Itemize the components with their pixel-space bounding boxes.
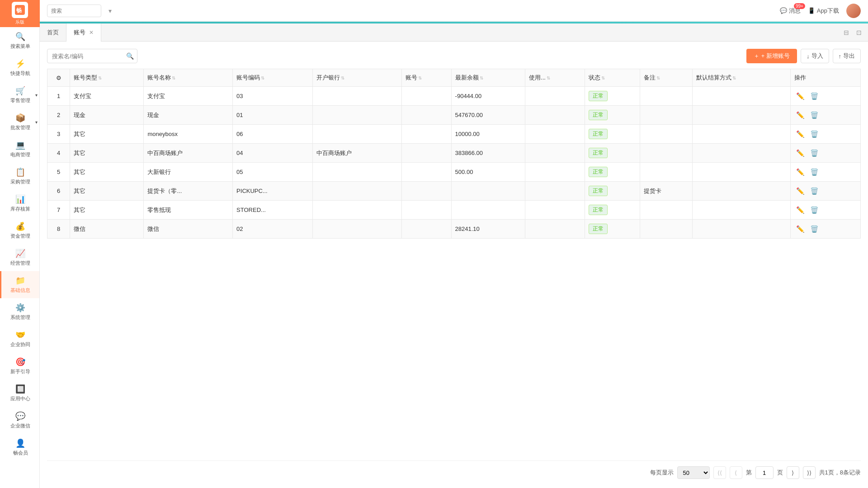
message-button[interactable]: 💬 消息 99+ bbox=[780, 7, 801, 15]
edit-button[interactable]: ✏️ bbox=[794, 148, 807, 158]
tab-maximize-button[interactable]: ⊡ bbox=[854, 27, 864, 38]
prev-page-button[interactable]: ⟨ bbox=[730, 466, 742, 479]
export-label: 导出 bbox=[843, 52, 855, 60]
cell-type: 其它 bbox=[70, 182, 144, 201]
sidebar-item-inventory[interactable]: 📊 库存核算 bbox=[0, 190, 39, 217]
search-button[interactable]: 🔍 bbox=[126, 52, 134, 60]
edit-button[interactable]: ✏️ bbox=[794, 167, 807, 177]
edit-button[interactable]: ✏️ bbox=[794, 205, 807, 215]
settings-icon[interactable]: ⚙ bbox=[56, 75, 61, 81]
current-page-input[interactable] bbox=[755, 466, 774, 479]
tab-close-icon[interactable]: ✕ bbox=[89, 29, 94, 36]
col-remark-header[interactable]: 备注⇅ bbox=[640, 69, 693, 87]
delete-button[interactable]: 🗑️ bbox=[808, 186, 821, 196]
top-header-right: 💬 消息 99+ 📱 App下载 bbox=[780, 4, 861, 18]
tab-account[interactable]: 账号 ✕ bbox=[66, 23, 101, 42]
user-avatar[interactable] bbox=[846, 4, 861, 18]
col-type-header[interactable]: 账号类型⇅ bbox=[70, 69, 144, 87]
delete-button[interactable]: 🗑️ bbox=[808, 224, 821, 234]
page-total-label: 页 bbox=[777, 469, 783, 477]
col-name-header[interactable]: 账号名称⇅ bbox=[144, 69, 233, 87]
sidebar-item-app-center[interactable]: 🔲 应用中心 bbox=[0, 380, 39, 407]
col-default-payment-header[interactable]: 默认结算方式⇅ bbox=[693, 69, 791, 87]
sidebar-item-enterprise-wechat[interactable]: 💬 企业微信 bbox=[0, 407, 39, 434]
delete-button[interactable]: 🗑️ bbox=[808, 129, 821, 139]
page-size-select[interactable]: 50 10 20 100 bbox=[677, 466, 710, 479]
delete-button[interactable]: 🗑️ bbox=[808, 148, 821, 158]
col-gear: ⚙ bbox=[47, 69, 70, 87]
col-usage-header[interactable]: 使用...⇅ bbox=[525, 69, 585, 87]
col-status-header[interactable]: 状态⇅ bbox=[585, 69, 640, 87]
cell-usage bbox=[525, 125, 585, 144]
col-bank-header[interactable]: 开户银行⇅ bbox=[313, 69, 402, 87]
delete-button[interactable]: 🗑️ bbox=[808, 205, 821, 215]
cell-num: 2 bbox=[47, 106, 70, 125]
sidebar-item-guide[interactable]: 🎯 新手引导 bbox=[0, 352, 39, 380]
import-button[interactable]: ↓ 导入 bbox=[801, 49, 829, 63]
sidebar-item-label: 企业微信 bbox=[10, 422, 30, 429]
edit-button[interactable]: ✏️ bbox=[794, 224, 807, 234]
export-button[interactable]: ↑ 导出 bbox=[833, 49, 861, 63]
cell-code: 06 bbox=[233, 125, 313, 144]
cell-num: 1 bbox=[47, 87, 70, 106]
cell-default-payment bbox=[693, 163, 791, 182]
cell-action: ✏️ 🗑️ bbox=[791, 220, 861, 239]
cell-default-payment bbox=[693, 87, 791, 106]
delete-button[interactable]: 🗑️ bbox=[808, 167, 821, 177]
add-account-button[interactable]: ＋ + 新增账号 bbox=[746, 49, 797, 63]
cell-remark bbox=[640, 144, 693, 163]
sidebar-item-operation[interactable]: 📈 经营管理 bbox=[0, 244, 39, 271]
sidebar-item-wholesale[interactable]: 📦 批发管理 ▾ bbox=[0, 108, 39, 136]
sidebar-item-member[interactable]: 👤 畅会员 bbox=[0, 434, 39, 461]
retail-icon: 🛒 bbox=[15, 86, 25, 96]
tab-minimize-button[interactable]: ⊟ bbox=[841, 27, 852, 38]
table-row: 6 其它 提货卡（零... PICKUPC... 正常 提货卡 ✏️ 🗑️ bbox=[47, 182, 861, 201]
sidebar-item-purchase[interactable]: 📋 采购管理 bbox=[0, 163, 39, 190]
message-icon: 💬 bbox=[780, 7, 787, 14]
status-badge: 正常 bbox=[589, 91, 608, 101]
tab-home[interactable]: 首页 bbox=[40, 23, 66, 42]
sidebar-item-shortcut[interactable]: ⚡ 快捷导航 bbox=[0, 54, 39, 81]
col-code-header[interactable]: 账号编码⇅ bbox=[233, 69, 313, 87]
cell-remark bbox=[640, 87, 693, 106]
sidebar-item-ecommerce[interactable]: 💻 电商管理 bbox=[0, 136, 39, 163]
cell-balance: 383866.00 bbox=[451, 144, 525, 163]
import-icon: ↓ bbox=[807, 53, 810, 60]
first-page-button[interactable]: ⟨⟨ bbox=[713, 466, 726, 479]
edit-button[interactable]: ✏️ bbox=[794, 129, 807, 139]
cell-code: 01 bbox=[233, 106, 313, 125]
cell-action: ✏️ 🗑️ bbox=[791, 201, 861, 220]
edit-button[interactable]: ✏️ bbox=[794, 110, 807, 120]
tab-home-label: 首页 bbox=[47, 28, 59, 37]
sidebar-item-basic-info[interactable]: 📁 基础信息 bbox=[0, 271, 39, 298]
delete-button[interactable]: 🗑️ bbox=[808, 91, 821, 101]
dropdown-arrow-icon[interactable]: ▾ bbox=[108, 7, 112, 14]
status-badge: 正常 bbox=[589, 205, 608, 215]
app-download-button[interactable]: 📱 App下载 bbox=[808, 7, 839, 15]
col-balance-header[interactable]: 最新余额⇅ bbox=[451, 69, 525, 87]
cell-usage bbox=[525, 220, 585, 239]
sidebar-item-search[interactable]: 🔍 搜索菜单 bbox=[0, 27, 39, 54]
edit-button[interactable]: ✏️ bbox=[794, 91, 807, 101]
edit-button[interactable]: ✏️ bbox=[794, 186, 807, 196]
sidebar-item-label: 系统管理 bbox=[10, 314, 30, 321]
sidebar-item-label: 库存核算 bbox=[10, 206, 30, 212]
sidebar-item-retail[interactable]: 🛒 零售管理 ▾ bbox=[0, 81, 39, 108]
col-account-header[interactable]: 账号⇅ bbox=[401, 69, 451, 87]
cell-action: ✏️ 🗑️ bbox=[791, 106, 861, 125]
delete-button[interactable]: 🗑️ bbox=[808, 110, 821, 120]
sidebar-item-label: 电商管理 bbox=[10, 151, 30, 158]
sidebar-item-system[interactable]: ⚙️ 系统管理 bbox=[0, 298, 39, 325]
cell-default-payment bbox=[693, 182, 791, 201]
next-page-button[interactable]: ⟩ bbox=[787, 466, 799, 479]
account-search-input[interactable] bbox=[47, 49, 137, 63]
top-search-input[interactable] bbox=[47, 5, 101, 17]
sidebar-item-enterprise-collab[interactable]: 🤝 企业协同 bbox=[0, 325, 39, 352]
cell-action: ✏️ 🗑️ bbox=[791, 182, 861, 201]
sidebar-item-label: 基础信息 bbox=[10, 287, 30, 294]
status-badge: 正常 bbox=[589, 129, 608, 139]
cell-remark bbox=[640, 201, 693, 220]
sidebar-item-finance[interactable]: 💰 资金管理 bbox=[0, 217, 39, 244]
import-label: 导入 bbox=[811, 52, 823, 60]
last-page-button[interactable]: ⟩⟩ bbox=[803, 466, 816, 479]
